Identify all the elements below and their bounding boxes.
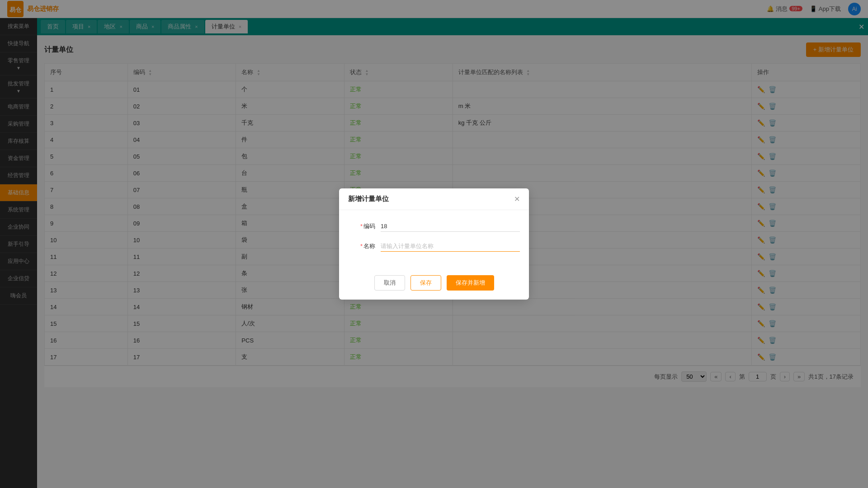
modal-footer: 取消 保存 保存并新增 xyxy=(339,270,529,300)
modal-title: 新增计量单位 xyxy=(348,195,389,203)
save-and-new-button[interactable]: 保存并新增 xyxy=(447,275,494,291)
modal-header: 新增计量单位 ✕ xyxy=(339,188,529,210)
required-star: * xyxy=(360,223,363,230)
save-button[interactable]: 保存 xyxy=(410,275,441,291)
modal-close-button[interactable]: ✕ xyxy=(514,196,520,203)
form-row-name: *名称 xyxy=(348,241,520,252)
code-label: *编码 xyxy=(348,222,375,230)
name-label: *名称 xyxy=(348,242,375,250)
required-star-2: * xyxy=(360,243,363,249)
code-input[interactable] xyxy=(381,221,520,232)
cancel-button[interactable]: 取消 xyxy=(374,275,405,291)
add-unit-modal: 新增计量单位 ✕ *编码 *名称 取消 保存 保存并新增 xyxy=(339,188,529,300)
name-input[interactable] xyxy=(381,241,520,252)
modal-overlay: 新增计量单位 ✕ *编码 *名称 取消 保存 保存并新增 xyxy=(0,0,868,488)
form-row-code: *编码 xyxy=(348,221,520,232)
modal-body: *编码 *名称 xyxy=(339,210,529,270)
